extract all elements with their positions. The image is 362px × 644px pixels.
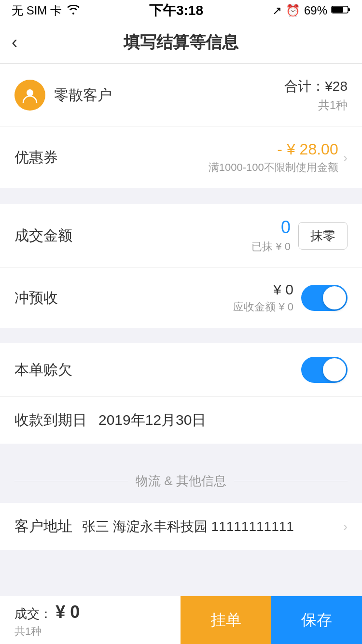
address-value: 张三 海淀永丰科技园 11111111111 (82, 518, 334, 536)
customer-left: 零散客户 (14, 80, 112, 111)
address-chevron-icon: › (343, 519, 348, 534)
customer-total: 合计：¥28 (284, 77, 348, 96)
prepay-toggle[interactable] (301, 285, 348, 311)
bottom-bar: 成交： ¥ 0 共1种 挂单 保存 (0, 596, 362, 644)
due-date-label: 收款到期日 (14, 410, 87, 430)
svg-point-3 (27, 89, 33, 96)
location-icon: ↗ (272, 4, 282, 17)
credit-row: 本单赊欠 (0, 343, 362, 396)
page-title: 填写结算等信息 (124, 31, 238, 54)
status-bar: 无 SIM 卡 下午3:18 ↗ ⏰ 69% (0, 0, 362, 21)
round-off-button[interactable]: 抹零 (298, 222, 348, 250)
credit-label: 本单赊欠 (14, 360, 72, 380)
coupon-right: - ¥ 28.00 满1000-100不限制使用金额 › (209, 140, 348, 175)
status-left: 无 SIM 卡 (12, 3, 80, 18)
customer-section: 零散客户 合计：¥28 共1种 优惠券 - ¥ 28.00 满1000-100不… (0, 64, 362, 188)
coupon-info: - ¥ 28.00 满1000-100不限制使用金额 (209, 140, 338, 175)
hang-button[interactable]: 挂单 (181, 596, 271, 644)
address-label: 客户地址 (14, 517, 72, 536)
deal-label: 成交金额 (14, 226, 72, 246)
divider-3 (0, 451, 362, 459)
wifi-icon (67, 4, 80, 17)
logistics-label: 物流 & 其他信息 (136, 473, 226, 490)
credit-section: 本单赊欠 收款到期日 2019年12月30日 (0, 343, 362, 444)
address-row[interactable]: 客户地址 张三 海淀永丰科技园 11111111111 › (0, 503, 362, 550)
credit-toggle-knob (323, 358, 346, 381)
deal-value-block: 0 已抹 ¥ 0 (251, 217, 291, 254)
logistics-line-left (14, 481, 128, 481)
toggle-knob (323, 286, 346, 309)
deal-sub: 已抹 ¥ 0 (251, 239, 291, 254)
customer-avatar (14, 80, 45, 111)
credit-toggle[interactable] (301, 357, 348, 383)
customer-name: 零散客户 (54, 85, 112, 105)
deal-row: 成交金额 0 已抹 ¥ 0 抹零 (0, 204, 362, 267)
bottom-deal-text: 成交： (14, 606, 52, 621)
coupon-label: 优惠券 (14, 148, 58, 168)
bottom-info: 成交： ¥ 0 共1种 (0, 596, 181, 644)
deal-right: 0 已抹 ¥ 0 抹零 (251, 217, 348, 254)
bottom-count: 共1种 (14, 624, 166, 639)
logistics-header: 物流 & 其他信息 (0, 459, 362, 503)
battery-icon (331, 4, 350, 17)
coupon-row[interactable]: 优惠券 - ¥ 28.00 满1000-100不限制使用金额 › (0, 126, 362, 188)
divider-1 (0, 196, 362, 204)
customer-row: 零散客户 合计：¥28 共1种 (0, 64, 362, 126)
svg-rect-2 (332, 7, 343, 13)
address-section: 客户地址 张三 海淀永丰科技园 11111111111 › (0, 503, 362, 550)
battery-label: 69% (304, 4, 327, 17)
status-right: ↗ ⏰ 69% (272, 4, 350, 17)
coupon-desc: 满1000-100不限制使用金额 (209, 160, 338, 175)
customer-count: 共1种 (284, 98, 348, 113)
prepay-label: 冲预收 (14, 288, 58, 308)
due-date-value: 2019年12月30日 (98, 410, 206, 430)
svg-rect-1 (348, 8, 350, 11)
nav-bar: ‹ 填写结算等信息 (0, 21, 362, 64)
back-button[interactable]: ‹ (12, 32, 17, 53)
coupon-amount: - ¥ 28.00 (209, 140, 338, 158)
prepay-sub: 应收金额 ¥ 0 (233, 300, 293, 314)
alarm-icon: ⏰ (286, 4, 300, 17)
logistics-line-right (234, 481, 348, 481)
prepay-right: ¥ 0 应收金额 ¥ 0 (233, 281, 348, 314)
prepay-value-block: ¥ 0 应收金额 ¥ 0 (233, 281, 293, 314)
sim-status: 无 SIM 卡 (12, 3, 62, 18)
chevron-right-icon: › (343, 150, 348, 166)
deal-value: 0 (251, 217, 291, 238)
deal-section: 成交金额 0 已抹 ¥ 0 抹零 冲预收 ¥ 0 应收金额 ¥ 0 (0, 204, 362, 328)
bottom-deal-amount: ¥ 0 (56, 602, 80, 622)
save-button[interactable]: 保存 (271, 596, 362, 644)
divider-2 (0, 336, 362, 343)
bottom-deal-label: 成交： ¥ 0 (14, 602, 166, 622)
due-date-row[interactable]: 收款到期日 2019年12月30日 (0, 396, 362, 444)
prepay-row: 冲预收 ¥ 0 应收金额 ¥ 0 (0, 267, 362, 328)
status-time: 下午3:18 (149, 1, 203, 20)
prepay-amount: ¥ 0 (233, 281, 293, 298)
customer-right: 合计：¥28 共1种 (284, 77, 348, 113)
